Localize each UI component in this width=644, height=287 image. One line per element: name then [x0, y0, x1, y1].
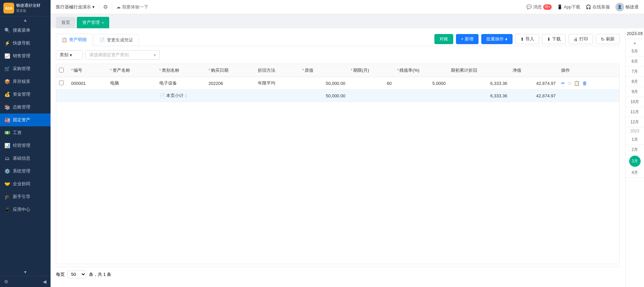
- cal-scroll-up[interactable]: ▲: [625, 39, 644, 46]
- cloud-icon: ☁: [116, 4, 121, 9]
- filter-toolbar: 类别 ▾ 请选择固定资产类别 ▾: [56, 50, 620, 60]
- cal-month-9月[interactable]: 9月: [625, 87, 644, 97]
- cell-net-value: 42,874.97: [510, 77, 558, 90]
- sidebar-item-固定资产[interactable]: 🏭 固定资产: [0, 114, 51, 126]
- copy-icon[interactable]: ⧉: [568, 81, 571, 86]
- subtab-bar: 📋 资产明细 📄 变更生成凭证 对账 + 新增 批量操作 ▾ ⬆: [56, 34, 620, 46]
- clone-icon[interactable]: 📋: [574, 81, 580, 86]
- sidebar-item-搜索菜单[interactable]: 🔍 搜索菜单: [0, 24, 51, 37]
- tab-home[interactable]: 首页: [56, 17, 75, 28]
- cal-month-8月[interactable]: 8月: [625, 77, 644, 87]
- pagination: 每页 50 100 200 条，共 1 条: [56, 267, 620, 282]
- batch-label: 批量操作: [486, 36, 504, 42]
- right-sidebar: 2023.03 ⛶ × ▲ 5月6月7月8月9月10月11月12月20231月2…: [625, 28, 644, 287]
- sidebar-item-经营管理[interactable]: 📊 经营管理: [0, 139, 51, 152]
- subtab-asset-detail[interactable]: 📋 资产明细: [56, 34, 92, 46]
- sidebar-scroll-up[interactable]: ▲: [0, 17, 51, 24]
- sidebar-item-基础信息[interactable]: 🗂 基础信息: [0, 152, 51, 165]
- batch-btn[interactable]: 批量操作 ▾: [481, 34, 513, 44]
- cal-month-2月[interactable]: 2月: [625, 145, 644, 155]
- cal-close-icon[interactable]: ×: [640, 30, 643, 35]
- cal-month-7月[interactable]: 7月: [625, 67, 644, 77]
- sidebar-icon: 🤝: [4, 181, 10, 187]
- sidebar-item-应用中心[interactable]: 📱 应用中心: [0, 203, 51, 216]
- sidebar-scroll-down[interactable]: ▼: [0, 268, 51, 276]
- gear-icon[interactable]: ⚙: [103, 4, 108, 10]
- collapse-icon[interactable]: ◀: [43, 279, 47, 284]
- sidebar-item-库存核算[interactable]: 📦 库存核算: [0, 75, 51, 88]
- cal-month-3月[interactable]: 3月: [629, 156, 641, 167]
- cal-maximize-icon[interactable]: ⛶: [633, 30, 637, 35]
- app-edition: 普及版: [16, 8, 40, 13]
- table-header-row: *编号 *资产名称 *类别名称 *购买日期 折旧方法 *原值 *期限(月) *残…: [56, 64, 619, 77]
- th-name: *资产名称: [108, 64, 157, 77]
- reconcile-btn[interactable]: 对账: [434, 34, 453, 44]
- import-btn[interactable]: ⬆ 导入: [515, 34, 539, 44]
- sidebar-item-销售管理[interactable]: 📈 销售管理: [0, 50, 51, 62]
- cal-month-5月[interactable]: 5月: [625, 46, 644, 57]
- subtotal-cell-empty1: [68, 90, 108, 102]
- th-actions: 操作: [558, 64, 619, 77]
- logo-icon: AtA: [3, 3, 14, 13]
- app-download-label: App下载: [564, 4, 580, 10]
- sidebar-item-资金管理[interactable]: 💰 资金管理: [0, 88, 51, 101]
- subtab-generate-voucher-label: 变更生成凭证: [107, 37, 133, 43]
- tab-asset-management[interactable]: 资产管理 ×: [77, 17, 109, 28]
- sidebar-icon: 📈: [4, 53, 10, 59]
- cal-month-11月[interactable]: 11月: [625, 107, 644, 117]
- download-btn[interactable]: ⬇ 下载: [542, 34, 566, 44]
- subtotal-period: [348, 90, 395, 102]
- batch-chevron-icon: ▾: [505, 37, 508, 42]
- experience-link[interactable]: ☁ 我要体验一下: [116, 4, 148, 10]
- th-period: *期限(月): [348, 64, 395, 77]
- cal-month-6月[interactable]: 6月: [625, 57, 644, 67]
- cal-month-1月[interactable]: 1月: [625, 135, 644, 145]
- message-label: 消息: [533, 4, 542, 10]
- asset-table: *编号 *资产名称 *类别名称 *购买日期 折旧方法 *原值 *期限(月) *残…: [56, 64, 619, 102]
- sidebar-item-系统管理[interactable]: ⚙️ 系统管理: [0, 165, 51, 178]
- sidebar-item-采购管理[interactable]: 🛒 采购管理: [0, 62, 51, 75]
- sidebar-label: 总账管理: [13, 104, 30, 110]
- new-btn[interactable]: + 新增: [456, 34, 479, 44]
- tab-close-icon[interactable]: ×: [102, 21, 104, 25]
- delete-icon[interactable]: 🗑: [582, 81, 587, 86]
- sidebar-label: 快捷导航: [13, 40, 30, 46]
- edit-icon[interactable]: ✏: [561, 81, 565, 86]
- download-icon: 📱: [557, 4, 562, 9]
- avatar: 👤: [615, 3, 624, 11]
- settings-icon[interactable]: ⚙: [4, 279, 8, 284]
- sidebar-icon: 🔍: [4, 28, 10, 33]
- cal-month-12月[interactable]: 12月: [625, 117, 644, 127]
- sidebar-icon: 📊: [4, 143, 10, 148]
- online-service-btn[interactable]: 🎧 在线客服: [586, 4, 610, 10]
- category-select-input[interactable]: 请选择固定资产类别 ▾: [86, 50, 160, 60]
- sidebar-item-快捷导航[interactable]: ⚡ 快捷导航: [0, 37, 51, 50]
- sidebar-item-新手引导[interactable]: 🎓 新手引导: [0, 190, 51, 203]
- message-btn[interactable]: 💬 消息 99+: [526, 4, 552, 10]
- category-filter-chevron: ▾: [70, 53, 72, 58]
- print-btn[interactable]: 🖨 打印: [569, 34, 593, 44]
- cal-month-4月[interactable]: 4月: [625, 168, 644, 178]
- sidebar-item-企业协同[interactable]: 🤝 企业协同: [0, 178, 51, 190]
- cal-month-10月[interactable]: 10月: [625, 97, 644, 107]
- company-selector[interactable]: 医疗器械行业演示 ▾: [56, 4, 95, 10]
- sidebar-nav: 🔍 搜索菜单 ⚡ 快捷导航 📈 销售管理 🛒 采购管理 📦 库存核算 💰 资金管…: [0, 24, 51, 268]
- row-checkbox[interactable]: [59, 81, 64, 85]
- app-download-btn[interactable]: 📱 App下载: [557, 4, 580, 10]
- cell-depreciation-method: 年限平均: [255, 77, 300, 90]
- tab-home-label: 首页: [61, 20, 70, 26]
- select-all-checkbox[interactable]: [59, 68, 64, 72]
- sidebar-icon: ⚡: [4, 40, 10, 46]
- category-filter[interactable]: 类别 ▾: [56, 50, 83, 60]
- refresh-btn[interactable]: ↻ 刷新: [596, 34, 620, 44]
- sidebar-item-工资[interactable]: 💵 工资: [0, 126, 51, 139]
- sidebar-item-总账管理[interactable]: 📚 总账管理: [0, 101, 51, 114]
- subtab-generate-voucher[interactable]: 📄 变更生成凭证: [94, 34, 139, 46]
- user-avatar-btn[interactable]: 👤 畅捷通: [615, 3, 639, 11]
- refresh-icon: ↻: [601, 37, 605, 42]
- subtotal-cell-checkbox: [56, 90, 68, 102]
- cell-residual-rate: 5.0000: [394, 77, 448, 90]
- per-page-select[interactable]: 50 100 200: [67, 270, 86, 278]
- cal-header: 2023.03 ⛶ ×: [625, 28, 644, 39]
- cell-code: 000001: [68, 77, 108, 90]
